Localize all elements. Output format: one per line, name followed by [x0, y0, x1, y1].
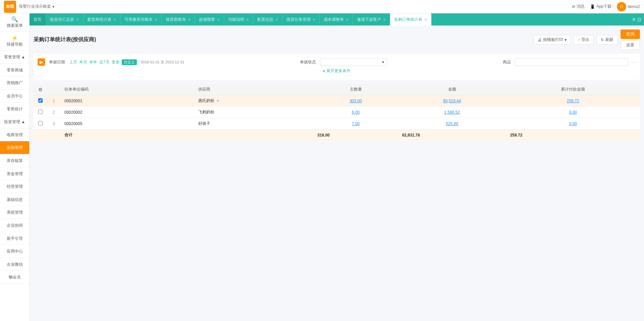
filter-toggle-button[interactable]: ▶	[38, 58, 45, 66]
shortcut-last-month[interactable]: 上月	[69, 59, 77, 65]
tab-close-invite-downstream[interactable]: ✕	[383, 18, 386, 21]
content-area: 首页 收发存汇总表 ✕ 要货单统计表 ✕ 可用量库存账本 ✕ 保质期查询 ✕ 超…	[30, 13, 644, 321]
select-arrow-icon: ▾	[382, 60, 384, 64]
tab-close-inventory-ledger[interactable]: ✕	[155, 18, 157, 21]
tab-config-info[interactable]: 配置信息 ✕	[253, 13, 282, 25]
table-row: 2 00020002 飞鹤奶粉 6.00 1,586.52 0.00	[34, 107, 640, 118]
tab-inventory-ledger[interactable]: 可用量库存账本 ✕	[120, 13, 162, 25]
sidebar-item-ecommerce[interactable]: 电商管理	[0, 128, 29, 142]
date-label: 单据日期	[49, 59, 65, 65]
search-icon: 🔍	[1, 16, 28, 22]
tab-pick-task[interactable]: 拣货任务管理 ✕	[282, 13, 320, 25]
row-index: 3	[47, 118, 60, 129]
footer-amount: 62,631.76	[398, 129, 506, 141]
row-main-qty: 7.00	[313, 118, 398, 129]
expand-filter-button[interactable]: ▾ 展开更多条件	[38, 66, 636, 76]
tab-close-function-desc[interactable]: ✕	[246, 18, 249, 21]
settings-col-icon[interactable]: ⚙	[38, 87, 43, 92]
export-icon: ↑	[578, 38, 580, 42]
top-bar: 标图 母婴行业演示账套 ▾ ✉ 消息 📱 App下载 D demo2	[0, 0, 644, 13]
shortcut-more[interactable]: 更多	[112, 59, 120, 65]
sidebar-item-marketing[interactable]: 营销推广	[0, 76, 29, 90]
tab-home[interactable]: 首页	[30, 13, 46, 25]
tab-close-pick-task[interactable]: ✕	[313, 18, 315, 21]
query-button[interactable]: 查询	[621, 30, 640, 39]
tab-receive-summary[interactable]: 收发存汇总表 ✕	[46, 13, 83, 25]
top-bar-right: ✉ 消息 📱 App下载 D demo2	[572, 2, 640, 11]
tab-close-goods-stats[interactable]: ✕	[113, 18, 116, 21]
row-supplier-name: 飞鹤奶粉	[194, 107, 313, 118]
tab-close-purchase-order-stats[interactable]: ✕	[424, 18, 427, 21]
sidebar-item-wholesale[interactable]: 批发管理 ▲	[0, 115, 29, 128]
sidebar-item-retail-stats[interactable]: 零售统计	[0, 103, 29, 116]
user-menu[interactable]: D demo2	[617, 2, 640, 11]
row-index: 1	[47, 95, 60, 107]
col-index-header	[47, 84, 60, 95]
sidebar-item-app-center[interactable]: 应用中心	[0, 245, 29, 258]
tab-close-receive-summary[interactable]: ✕	[76, 18, 79, 21]
tab-invite-downstream[interactable]: 邀请下游客户 ✕	[353, 13, 390, 25]
settings-button[interactable]: 设置	[621, 40, 640, 50]
row-checkbox[interactable]	[34, 107, 47, 118]
tab-goods-stats[interactable]: 要货单统计表 ✕	[83, 13, 120, 25]
tab-purchase-order-stats[interactable]: 采购订单统计表 ✕	[390, 13, 431, 25]
sidebar-item-vip[interactable]: 畅会员	[0, 271, 29, 284]
tab-overstock-warning[interactable]: 超储预警 ✕	[195, 13, 224, 25]
filter-row-1: ▶ 单据日期 上月 本月 本年 近7天 更多 自定义 2016-01-01 至 …	[38, 58, 636, 66]
status-select[interactable]: ▾	[320, 58, 387, 66]
row-amount: 60,519.44	[398, 95, 506, 107]
message-action[interactable]: ✉ 消息	[572, 4, 585, 9]
sidebar: 🔍 搜索菜单 ⚡ 快捷导航 零售管理 ▲ 零售商城 营销推广 会员中心 零售统计…	[0, 13, 30, 321]
table-header-row: ⚙ 往来单位编码 供应商 主数量 金额 累计付款金额	[34, 84, 640, 95]
table-footer-row: 合计 316.00 62,631.76 259.72	[34, 129, 640, 141]
sidebar-item-enterprise[interactable]: 企业协同	[0, 219, 29, 232]
sidebar-item-member-center[interactable]: 会员中心	[0, 90, 29, 103]
workspace-selector[interactable]: 母婴行业演示账套 ▾	[19, 4, 54, 9]
date-shortcuts: 上月 本月 本年 近7天 更多 自定义	[69, 59, 137, 65]
sidebar-item-new-guide[interactable]: 新手引导	[0, 232, 29, 245]
tab-close-all-button[interactable]: ✕	[632, 17, 636, 22]
export-button[interactable]: ↑ 导出	[574, 35, 594, 45]
print-button[interactable]: 🖨 按模板打印 ▾	[533, 35, 571, 45]
row-checkbox[interactable]	[34, 118, 47, 129]
tab-close-warranty-query[interactable]: ✕	[188, 18, 191, 21]
page-header: 采购订单统计表(按供应商) 🖨 按模板打印 ▾ ↑ 导出 ↻ 刷新	[34, 30, 640, 50]
sidebar-search[interactable]: 🔍 搜索菜单	[0, 13, 29, 32]
sidebar-item-operations[interactable]: 经营管理	[0, 180, 29, 193]
sidebar-item-retail-shop[interactable]: 零售商城	[0, 64, 29, 77]
row-paid-amount: 0.00	[506, 118, 640, 129]
goods-more-icon[interactable]: ···	[632, 60, 636, 65]
page-title: 采购订单统计表(按供应商)	[34, 36, 96, 43]
tab-warranty-query[interactable]: 保质期查询 ✕	[162, 13, 195, 25]
row-amount: 1,586.52	[398, 107, 506, 118]
expand-icon: ▾	[323, 69, 325, 73]
custom-date-tag[interactable]: 自定义	[122, 59, 137, 65]
row-checkbox[interactable]	[34, 95, 47, 107]
sidebar-item-basic-info[interactable]: 基础信息	[0, 193, 29, 206]
shortcut-this-year[interactable]: 本年	[89, 59, 97, 65]
sidebar-item-quick-nav[interactable]: ⚡ 快捷导航	[0, 32, 29, 51]
sidebar-item-system[interactable]: 系统管理	[0, 206, 29, 219]
tab-function-desc[interactable]: 功能说明 ✕	[224, 13, 253, 25]
app-download-action[interactable]: 📱 App下载	[590, 4, 611, 9]
date-range-display: 2016-01-01 至 2023-12-31	[141, 60, 184, 65]
nav-icon: ⚡	[1, 35, 28, 41]
filter-area: ▶ 单据日期 上月 本月 本年 近7天 更多 自定义 2016-01-01 至 …	[34, 54, 640, 80]
print-dropdown-icon: ▾	[565, 38, 567, 42]
shortcut-7days[interactable]: 近7天	[99, 59, 110, 65]
sidebar-item-finance[interactable]: 资金管理	[0, 167, 29, 180]
sidebar-item-retail-management[interactable]: 零售管理 ▲	[0, 51, 29, 64]
nav-tabs: 首页 收发存汇总表 ✕ 要货单统计表 ✕ 可用量库存账本 ✕ 保质期查询 ✕ 超…	[30, 13, 644, 25]
avatar: D	[617, 2, 626, 11]
tab-close-cost-adjust[interactable]: ✕	[346, 18, 348, 21]
sidebar-item-purchase[interactable]: 采购管理	[0, 141, 29, 154]
sidebar-item-enterprise-wechat[interactable]: 企业微信	[0, 258, 29, 271]
tab-close-overstock-warning[interactable]: ✕	[217, 18, 220, 21]
shortcut-this-month[interactable]: 本月	[79, 59, 87, 65]
goods-input[interactable]	[515, 58, 629, 66]
tab-close-config-info[interactable]: ✕	[275, 18, 278, 21]
tab-cost-adjust[interactable]: 成本调整单 ✕	[320, 13, 353, 25]
sidebar-item-inventory[interactable]: 库存核算	[0, 154, 29, 167]
refresh-button[interactable]: ↻ 刷新	[596, 35, 618, 45]
tab-restore-button[interactable]: ⊡	[637, 17, 641, 22]
